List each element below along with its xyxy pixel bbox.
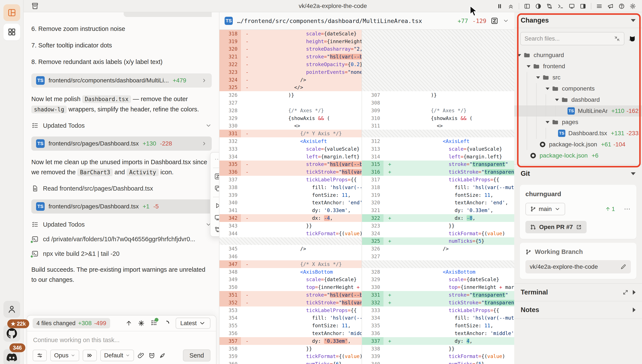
- command-text: cd /private/var/folders/10/h7w0q46556ggr…: [43, 236, 195, 243]
- git-section-header[interactable]: Git: [514, 164, 642, 181]
- json-file-icon: [539, 141, 546, 148]
- skip-permissions-button[interactable]: [83, 350, 97, 361]
- diff-line: 331+ stroke="transparent": [362, 291, 514, 299]
- copy-icon[interactable]: [214, 185, 219, 192]
- person-icon: [7, 304, 17, 314]
- git-title: Git: [521, 170, 530, 178]
- composer: 4 files changed +308 -499 Latest Continu…: [27, 315, 216, 364]
- tree-folder-src[interactable]: src: [514, 72, 642, 83]
- caret-down-icon: [527, 65, 530, 68]
- tree-folder-pages[interactable]: pages: [514, 116, 642, 128]
- files-changed-pill[interactable]: 4 files changed +308 -499: [33, 318, 110, 328]
- run-icon[interactable]: [214, 202, 219, 209]
- monitor-icon[interactable]: [214, 214, 219, 221]
- diff-line: 342- dx: -4,: [219, 214, 362, 222]
- search-files-input[interactable]: Search files...: [520, 32, 624, 45]
- search-placeholder: Search files...: [524, 36, 560, 42]
- diff-line: 328 <AxisBottom: [362, 268, 514, 276]
- board-view-button[interactable]: [4, 24, 20, 40]
- diff-line: 357- dy: '0.33em',: [219, 337, 362, 345]
- collapse-tree-icon[interactable]: [614, 36, 620, 42]
- workspace-layout-button[interactable]: [4, 4, 20, 21]
- tree-folder-churnguard[interactable]: churnguard: [514, 50, 642, 61]
- open-pr-button[interactable]: Open PR #7: [525, 221, 586, 233]
- pencil-icon[interactable]: [620, 264, 626, 270]
- checklist-icon: [31, 122, 39, 129]
- working-branch-input[interactable]: vk/4e2a-explore-the-code: [525, 260, 631, 274]
- file-change-chip[interactable]: TS frontend/src/pages/Dashboard.tsx +1 -…: [31, 200, 212, 214]
- diff-line: 316+ tickStroke="transparent": [362, 168, 514, 176]
- model-dropdown[interactable]: Opus: [50, 350, 79, 361]
- file-change-chip[interactable]: TS frontend/src/components/dashboard/Mul…: [31, 74, 212, 88]
- caret-right-icon: [633, 290, 635, 295]
- message-input[interactable]: Continue working on this task...: [27, 332, 216, 346]
- sidebar-right-icon[interactable]: [580, 3, 586, 10]
- read-file-row[interactable]: Read frontend/src/pages/Dashboard.tsx: [31, 185, 212, 192]
- updated-todos-row[interactable]: Updated Todos: [31, 122, 212, 129]
- diff-line: 336- tickStroke="hsl(var(--border))": [219, 168, 362, 176]
- terminal-command-row[interactable]: npx vite build 2>&1 | tail -20: [31, 250, 212, 257]
- account-button[interactable]: [4, 301, 20, 318]
- diff-pane-new[interactable]: 307 )}308309 {/* Axes */}310 {showAxis &…: [362, 30, 514, 364]
- diff-line: 358 }}: [219, 345, 362, 352]
- more-options-icon[interactable]: [214, 156, 219, 163]
- mouse-cursor: [469, 6, 478, 17]
- github-icon: [7, 328, 17, 338]
- scroll-up-icon[interactable]: [125, 320, 132, 327]
- tree-folder-frontend[interactable]: frontend: [514, 61, 642, 72]
- attach-icon[interactable]: [137, 352, 145, 359]
- cat-toggle-icon[interactable]: [628, 34, 636, 43]
- monitor-icon[interactable]: [568, 3, 575, 10]
- pause-icon[interactable]: [496, 3, 503, 10]
- base-branch-dropdown[interactable]: main: [525, 203, 565, 215]
- tree-file-package-lock.json[interactable]: package-lock.json+61-104: [514, 139, 642, 150]
- sparkle-icon[interactable]: [138, 320, 145, 327]
- chevron-down-icon: [125, 353, 130, 358]
- file-deletions: -104: [613, 141, 625, 148]
- tree-folder-components[interactable]: components: [514, 83, 642, 94]
- send-button[interactable]: Send: [183, 350, 210, 362]
- diff-view-toggle-icon[interactable]: [491, 17, 498, 25]
- help-icon[interactable]: [618, 3, 625, 10]
- changes-section-header[interactable]: Changes: [514, 12, 642, 28]
- diff-line: 321- stroke="hsl(var(--border))": [219, 53, 362, 60]
- discord-count-badge: 346: [10, 344, 25, 352]
- chip-deletions: -5: [153, 203, 159, 210]
- git-compare-icon[interactable]: [214, 226, 219, 233]
- cat-icon[interactable]: [148, 352, 156, 359]
- tree-folder-dashboard[interactable]: dashboard: [514, 94, 642, 106]
- tree-file-Dashboard.tsx[interactable]: TSDashboard.tsx+131-233: [514, 128, 642, 139]
- edit-diff-icon[interactable]: [214, 173, 219, 180]
- version-dropdown[interactable]: Latest: [176, 318, 210, 329]
- diff-line: 330 <>: [219, 122, 362, 130]
- chat-transcript[interactable]: ··· —6. Remove zoom instruction noise7. …: [24, 12, 219, 315]
- updated-todos-row[interactable]: Updated Todos: [31, 221, 212, 228]
- repo-more-icon[interactable]: [623, 206, 631, 213]
- diff-line: 325- </>: [219, 84, 362, 92]
- composer-settings-button[interactable]: [33, 350, 47, 361]
- terminal-command-row[interactable]: cd /private/var/folders/10/h7w0q46556ggr…: [31, 236, 212, 243]
- contrast-icon[interactable]: [535, 3, 541, 10]
- collapse-file-icon[interactable]: [503, 18, 509, 24]
- notes-section-header[interactable]: Notes: [514, 301, 642, 319]
- megaphone-icon[interactable]: [607, 3, 614, 10]
- mode-dropdown[interactable]: Default: [100, 350, 134, 361]
- pen-icon[interactable]: [159, 352, 166, 359]
- todos-label: Updated Todos: [43, 122, 85, 129]
- menu-icon[interactable]: [596, 3, 602, 10]
- terminal-icon[interactable]: [557, 3, 564, 10]
- settings-icon[interactable]: [629, 3, 636, 10]
- file-change-chip[interactable]: TS frontend/src/pages/Dashboard.tsx +130…: [31, 136, 212, 151]
- tree-file-package-lock.json[interactable]: package-lock.json+6: [514, 150, 642, 161]
- expand-icon[interactable]: [622, 289, 628, 295]
- collapse-icon[interactable]: [508, 3, 514, 10]
- git-compare-icon[interactable]: [546, 3, 553, 10]
- assistant-text: Now let me clean up the unused imports i…: [31, 157, 212, 178]
- diff-line: 312 <AxisLeft: [362, 137, 514, 145]
- diff-line: 351- stroke="hsl(var(--border))": [219, 291, 362, 299]
- diff-pane-old[interactable]: 318- scale={dateScale}319- height={inner…: [219, 30, 362, 364]
- layout-icon[interactable]: [524, 3, 530, 10]
- tree-file-MultiLineArea.tsx[interactable]: TSMultiLineArea.tsx+110-162: [514, 106, 642, 116]
- terminal-icon: [31, 250, 39, 257]
- terminal-section-header[interactable]: Terminal: [514, 283, 642, 301]
